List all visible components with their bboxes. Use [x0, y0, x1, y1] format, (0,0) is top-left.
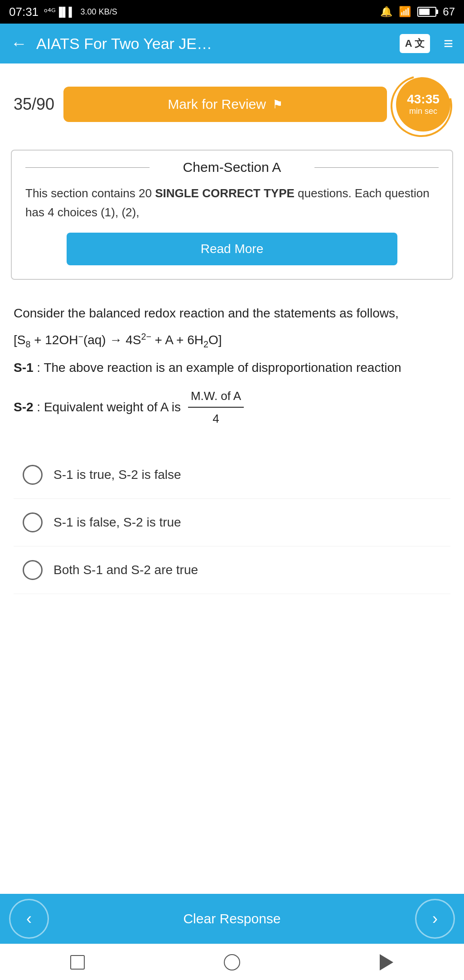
triangle-icon: [380, 954, 393, 970]
timer-seconds: 35: [425, 92, 440, 106]
timer-label: min sec: [409, 107, 437, 116]
square-icon: [70, 955, 85, 970]
clear-response-button[interactable]: Clear Response: [55, 901, 409, 936]
header-title: AIATS For Two Year JE…: [36, 35, 391, 53]
speed-display: 3.00 KB/S: [81, 7, 117, 17]
flag-icon: ⚑: [272, 98, 283, 112]
chemical-equation: [S8 + 12OH−(aq) → 4S2− + A + 6H2O]: [14, 329, 450, 352]
section-description: This section contains 20 SINGLE CORRECT …: [25, 184, 439, 222]
fraction-display: M.W. of A 4: [188, 386, 244, 429]
option-2-text: S-1 is false, S-2 is true: [53, 513, 181, 532]
sec-label: sec: [425, 107, 437, 116]
app-header: ← AIATS For Two Year JE… A 文 ≡: [0, 24, 464, 63]
next-button[interactable]: ›: [415, 899, 455, 939]
system-navigation-bar: [0, 944, 464, 980]
option-2-radio[interactable]: [23, 512, 43, 532]
option-3[interactable]: Both S-1 and S-2 are true: [14, 546, 450, 594]
min-label: min: [409, 107, 422, 116]
home-button[interactable]: [66, 951, 89, 974]
statement-1: S-1 : The above reaction is an example o…: [14, 357, 450, 379]
option-1-text: S-1 is true, S-2 is false: [53, 465, 181, 484]
option-2[interactable]: S-1 is false, S-2 is true: [14, 499, 450, 546]
option-3-radio[interactable]: [23, 560, 43, 580]
mark-review-button[interactable]: Mark for Review ⚑: [63, 87, 387, 122]
question-number: 35/90: [14, 95, 54, 114]
signal-icon: 📶: [399, 6, 411, 18]
timer-time: 43:35: [407, 93, 440, 107]
section-box: Chem-Section A This section contains 20 …: [11, 150, 453, 280]
recents-button[interactable]: [375, 951, 398, 974]
volume-icon: 🔔: [380, 6, 392, 18]
battery-level: 67: [443, 5, 455, 18]
option-1[interactable]: S-1 is true, S-2 is false: [14, 451, 450, 499]
translate-button[interactable]: A 文: [400, 34, 430, 53]
mark-review-label: Mark for Review: [168, 97, 266, 112]
option-1-radio[interactable]: [23, 465, 43, 485]
status-bar-left: 07:31 ᵒ⁴ᴳ▐▌▌ 3.00 KB/S: [9, 5, 117, 19]
fraction-denominator: 4: [210, 408, 222, 429]
question-intro: Consider the balanced redox reaction and…: [14, 302, 450, 324]
back-gesture-button[interactable]: [221, 951, 243, 974]
battery-icon: [417, 7, 436, 17]
battery-fill: [419, 9, 430, 15]
main-content: 35/90 Mark for Review ⚑ 43:35 min sec Ch…: [0, 63, 464, 925]
statement-2: S-2 : Equivalent weight of A is M.W. of …: [14, 386, 450, 429]
bottom-navigation: ‹ Clear Response ›: [0, 894, 464, 944]
options-container: S-1 is true, S-2 is false S-1 is false, …: [0, 442, 464, 694]
back-button[interactable]: ←: [11, 34, 27, 53]
section-title: Chem-Section A: [25, 160, 439, 175]
read-more-button[interactable]: Read More: [67, 233, 397, 265]
timer-display: 43:35 min sec: [396, 77, 450, 132]
network-indicator: ᵒ⁴ᴳ▐▌▌: [44, 6, 75, 17]
option-3-text: Both S-1 and S-2 are true: [53, 561, 198, 580]
fraction-numerator: M.W. of A: [188, 386, 244, 408]
circle-icon: [224, 954, 240, 970]
scroll-spacer: [14, 594, 450, 685]
time-display: 07:31: [9, 5, 39, 19]
timer-minutes: 43: [407, 92, 421, 106]
question-body: Consider the balanced redox reaction and…: [0, 289, 464, 442]
previous-button[interactable]: ‹: [9, 899, 49, 939]
question-header: 35/90 Mark for Review ⚑ 43:35 min sec: [0, 63, 464, 141]
status-bar-right: 🔔 📶 67: [380, 5, 455, 18]
menu-button[interactable]: ≡: [444, 34, 453, 53]
status-bar: 07:31 ᵒ⁴ᴳ▐▌▌ 3.00 KB/S 🔔 📶 67: [0, 0, 464, 24]
